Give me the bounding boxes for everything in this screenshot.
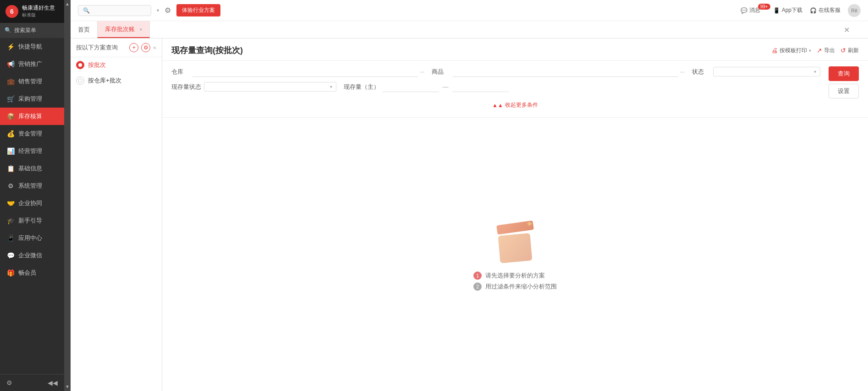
scheme-settings-btn[interactable]: ⚙	[141, 43, 150, 52]
sidebar-search[interactable]: 🔍 搜索菜单	[0, 23, 64, 38]
sidebar-item-label: 企业微信	[18, 251, 42, 260]
stock-qty-from[interactable]	[382, 81, 439, 92]
sidebar-item-marketing[interactable]: 📢 营销推广	[0, 55, 64, 73]
sidebar-item-label: 销售管理	[18, 77, 42, 86]
sidebar-footer: ⚙ ◀◀	[0, 374, 64, 391]
filter-area: 仓库 ··· 商品 ··· 状态	[162, 61, 868, 118]
topbar-dropdown-arrow[interactable]: ▾	[157, 8, 159, 13]
scheme-add-btn[interactable]: +	[129, 43, 138, 52]
sidebar-item-label: 采购管理	[18, 95, 42, 103]
topbar-search-icon: 🔍	[83, 7, 90, 14]
tab-home-label: 首页	[78, 26, 90, 34]
user-avatar-group[interactable]: Rit	[848, 4, 861, 17]
goods-input[interactable]	[453, 66, 678, 77]
sidebar-item-finance[interactable]: 💰 资金管理	[0, 125, 64, 142]
tab-panel-close-btn[interactable]: ✕	[844, 25, 850, 34]
sidebar-item-system[interactable]: ⚙ 系统管理	[0, 177, 64, 195]
sidebar-item-basics[interactable]: 📋 基础信息	[0, 160, 64, 177]
sidebar-item-collab[interactable]: 🤝 企业协同	[0, 195, 64, 212]
industry-btn[interactable]: 体验行业方案	[176, 4, 220, 16]
warehouse-label: 仓库	[171, 68, 190, 76]
stock-qty-label: 现存量（主）	[344, 83, 379, 91]
tab-close-btn[interactable]: ×	[139, 27, 142, 32]
goods-label: 商品	[432, 68, 450, 76]
stock-status-select[interactable]: ▾	[204, 82, 336, 92]
scroll-down-arrow[interactable]: ▼	[65, 385, 70, 389]
print-btn[interactable]: 🖨 按模板打印 ▾	[771, 47, 811, 54]
filter-row-1: 仓库 ··· 商品 ··· 状态	[171, 66, 820, 77]
message-group[interactable]: 💬 消息 99+	[741, 6, 766, 14]
footer-settings-icon[interactable]: ⚙	[6, 379, 12, 386]
refresh-btn[interactable]: ↺ 刷新	[841, 47, 859, 54]
collapse-label: 收起更多条件	[505, 101, 538, 109]
goods-more-btn[interactable]: ···	[680, 69, 685, 75]
topbar-search-box[interactable]: 🔍	[78, 5, 151, 16]
search-label: 搜索菜单	[14, 27, 36, 34]
sidebar-item-quicknav[interactable]: ⚡ 快捷导航	[0, 38, 64, 55]
status-select[interactable]: ▾	[713, 67, 820, 76]
scheme-item-warehouse-batch[interactable]: 按仓库+批次	[71, 73, 162, 88]
sidebar-item-wechat[interactable]: 💬 企业微信	[0, 247, 64, 264]
scroll-up-arrow[interactable]: ▲	[65, 2, 70, 6]
topbar: 🔍 ▾ ⚙ 体验行业方案 💬 消息 99+ 📱 App下载 🎧 在线客服	[71, 0, 868, 21]
sidebar-scroll: ▲ ▼	[64, 0, 71, 391]
filter-status-group: 状态 ▾	[692, 67, 820, 76]
sidebar-item-newbie[interactable]: 🎓 新手引导	[0, 212, 64, 229]
sidebar-item-label: 畅会员	[18, 269, 36, 277]
collapse-bar[interactable]: ▲▲ 收起更多条件	[171, 98, 859, 112]
scheme-item-icon-inactive	[76, 76, 84, 85]
app-download-group[interactable]: 📱 App下载	[773, 6, 802, 14]
query-btn[interactable]: 查询	[829, 66, 859, 81]
tab-inventory-batch[interactable]: 库存批次账 ×	[98, 21, 150, 38]
sidebar-item-label: 系统管理	[18, 182, 42, 190]
sidebar-item-purchase[interactable]: 🛒 采购管理	[0, 90, 64, 108]
refresh-label: 刷新	[848, 47, 859, 54]
marketing-icon: 📢	[6, 60, 15, 68]
warehouse-more-btn[interactable]: ···	[420, 69, 424, 75]
topbar-left: 🔍 ▾ ⚙ 体验行业方案	[78, 4, 220, 16]
online-service-label: 在线客服	[819, 6, 841, 14]
filter-row-2: 现存量状态 ▾ 现存量（主） —	[171, 81, 820, 92]
search-icon: 🔍	[5, 27, 11, 33]
content-area: 按以下方案查询 + ⚙ « 按批次	[71, 38, 868, 391]
main-area: 🔍 ▾ ⚙ 体验行业方案 💬 消息 99+ 📱 App下载 🎧 在线客服	[71, 0, 868, 391]
scheme-item-label: 按批次	[88, 61, 106, 69]
app-logo: 6	[5, 5, 18, 18]
warehouse-input[interactable]	[192, 66, 418, 77]
sidebar-item-label: 库存核算	[18, 112, 42, 120]
print-dropdown-arrow[interactable]: ▾	[809, 48, 811, 53]
member-icon: 🎁	[6, 269, 15, 277]
app-name: 畅康通好生意	[22, 5, 55, 12]
settings-btn[interactable]: 设置	[829, 84, 859, 98]
sidebar-item-business[interactable]: 📊 经营管理	[0, 142, 64, 160]
sidebar-item-label: 基础信息	[18, 164, 42, 173]
empty-hint-1: 1 请先选择要分析的方案	[473, 272, 557, 280]
app-download-icon: 📱	[773, 7, 780, 14]
hint-text-1: 请先选择要分析的方案	[485, 272, 545, 280]
app-title-group: 畅康通好生意 标准版	[22, 5, 55, 18]
sidebar-item-appstore[interactable]: 📱 应用中心	[0, 229, 64, 247]
footer-collapse-icon[interactable]: ◀◀	[48, 379, 58, 386]
scheme-item-label: 按仓库+批次	[88, 76, 121, 85]
export-btn[interactable]: ↗ 导出	[817, 47, 835, 54]
tab-home[interactable]: 首页	[71, 21, 98, 38]
query-btn-group: 查询 设置	[829, 66, 859, 98]
sidebar-item-inventory[interactable]: 📦 库存核算	[0, 108, 64, 125]
filter-warehouse-group: 仓库 ···	[171, 66, 424, 77]
filter-goods-group: 商品 ···	[432, 66, 685, 77]
main-panel: 现存量查询(按批次) 🖨 按模板打印 ▾ ↗ 导出 ↺ 刷新	[162, 38, 868, 391]
collapse-up-icon: ▲▲	[492, 102, 503, 109]
sidebar-navigation: ⚡ 快捷导航 📢 营销推广 💼 销售管理 🛒 采购管理 📦 库存核算 💰 资金管…	[0, 38, 64, 374]
finance-icon: 💰	[6, 130, 15, 138]
scheme-collapse-btn[interactable]: «	[153, 44, 156, 51]
basics-icon: 📋	[6, 164, 15, 173]
topbar-settings-icon[interactable]: ⚙	[165, 6, 171, 15]
sidebar-item-sales[interactable]: 💼 销售管理	[0, 73, 64, 90]
page-title: 现存量查询(按批次)	[171, 45, 243, 56]
sidebar-item-member[interactable]: 🎁 畅会员	[0, 264, 64, 282]
export-icon: ↗	[817, 47, 822, 54]
hint-text-2: 用过滤条件来缩小分析范围	[485, 282, 557, 291]
online-service-group[interactable]: 🎧 在线客服	[810, 6, 841, 14]
stock-qty-to[interactable]	[452, 81, 509, 92]
scheme-item-batch[interactable]: 按批次	[71, 57, 162, 73]
